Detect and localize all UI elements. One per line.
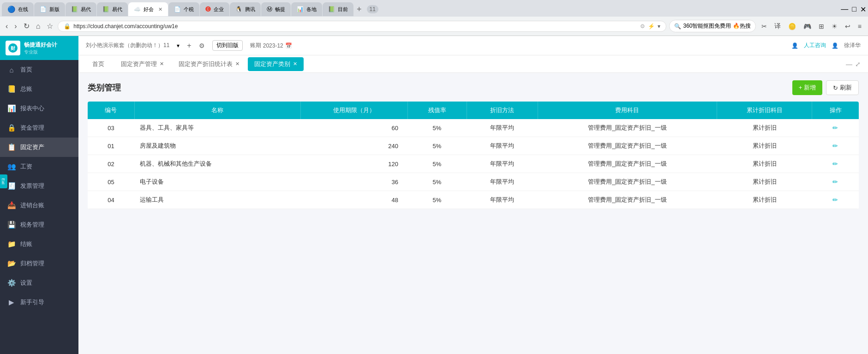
scissors-button[interactable]: ✂ [759,21,770,32]
add-button[interactable]: + 新增 [792,80,822,95]
sidebar-item-invoice[interactable]: 🧾 发票管理 [0,176,78,196]
menu-button[interactable]: ≡ [855,21,864,32]
tab-home[interactable]: 首页 [86,57,111,71]
sidebar-item-ledger[interactable]: 📒 总账 [0,79,78,99]
tab-minimize-button[interactable]: — [846,60,852,68]
cell-code-2[interactable]: 02 [88,155,134,173]
grid-button[interactable]: ⊞ [816,21,827,32]
sidebar-item-inventory[interactable]: 📥 进销台账 [0,196,78,215]
service-label[interactable]: 人工咨询 [804,42,826,49]
cell-action-1[interactable]: ✏ [812,137,859,155]
sidebar-item-settings[interactable]: ⚙️ 设置 [0,273,78,293]
invoice-icon: 🧾 [7,182,16,190]
browser-tab-5[interactable]: ☁️ 好会 ✕ [128,2,168,16]
browser-tab-4[interactable]: 📗 易代 [97,2,128,16]
close-window-button[interactable]: ✕ [860,5,866,14]
edit-icon-3[interactable]: ✏ [832,178,838,186]
search-bar[interactable]: 🔍 360智能抠图免费用 🔥热搜 [669,20,755,32]
sidebar-label-invoice: 发票管理 [20,182,44,190]
left-float-btn-1[interactable]: Eat [0,174,7,188]
brightness-button[interactable]: ☀ [829,21,840,32]
home-button[interactable]: ⌂ [34,20,42,32]
close-period-icon: 📁 [7,240,16,248]
calendar-icon[interactable]: 📅 [285,42,292,49]
browser-tab-8[interactable]: 🐧 腾讯 [230,2,261,16]
browser-tab-close-5[interactable]: ✕ [158,6,162,12]
ssl-icon: 🔒 [64,23,71,30]
cell-code-4[interactable]: 04 [88,191,134,209]
browser-tab-10[interactable]: 📊 各地 [291,2,322,16]
browser-tab-6[interactable]: 📄 个税 [168,2,199,16]
new-tab-button[interactable]: + [354,5,365,14]
browser-tab-1[interactable]: 🔵 在线 [2,2,34,16]
sidebar: 财 畅捷通好会计 专业版 ⌂ 首页 📒 总账 📊 报表中心 🔒 资金管理 📋 [0,36,78,354]
maximize-button[interactable]: □ [852,5,856,13]
tab-fixed-assets-mgmt[interactable]: 固定资产管理 ✕ [114,57,170,71]
tab-close-asset-category[interactable]: ✕ [293,61,297,67]
minimize-button[interactable]: — [841,5,848,13]
tab-close-depreciation-stats[interactable]: ✕ [235,61,239,67]
edit-icon-4[interactable]: ✏ [832,196,838,204]
cell-code-0[interactable]: 03 [88,119,134,137]
browser-tab-11[interactable]: 📗 目前 [323,2,353,16]
col-action: 操作 [812,102,859,119]
sidebar-label-inventory: 进销台账 [20,201,44,210]
refresh-icon: ↻ [833,84,838,91]
dropdown-icon[interactable]: ▾ [658,23,660,30]
col-expense: 费用科目 [538,102,717,119]
undo-button[interactable]: ↩ [842,21,853,32]
tab-depreciation-stats-label: 固定资产折旧统计表 [179,60,233,68]
address-bar[interactable]: 🔒 https://cloud.chanjet.com/accounting/u… [58,21,666,32]
browser-tab-9[interactable]: Ⓜ 畅提 [261,2,291,16]
browser-tab-7[interactable]: 🅒 企业 [200,2,229,16]
translate-button[interactable]: 译 [772,20,784,32]
tab-depreciation-stats[interactable]: 固定资产折旧统计表 ✕ [172,57,246,71]
tab-count: 11 [367,5,378,13]
tab-maximize-button[interactable]: ⤢ [855,60,861,68]
cell-action-0[interactable]: ✏ [812,119,859,137]
sidebar-item-close-period[interactable]: 📁 结账 [0,234,78,254]
col-accumulated: 累计折旧科目 [717,102,812,119]
cell-action-4[interactable]: ✏ [812,191,859,209]
app-user-label: 刘小艳演示账套（勿删勿动！）11 [86,42,169,49]
forward-button[interactable]: › [12,20,18,32]
cell-residual-1: 5% [407,137,467,155]
col-period: 使用期限（月） [300,102,407,119]
sidebar-brand-sub: 专业版 [24,49,57,55]
cell-code-3[interactable]: 05 [88,173,134,191]
sidebar-item-fixed-assets[interactable]: 📋 固定资产 [0,138,78,157]
sidebar-item-payroll[interactable]: 👥 工资 [0,157,78,176]
sidebar-item-home[interactable]: ⌂ 首页 [0,60,78,79]
browser-tab-3[interactable]: 📗 易代 [66,2,96,16]
coin-button[interactable]: 🪙 [785,21,799,32]
back-button[interactable]: ‹ [4,20,10,32]
refresh-label: 刷新 [840,84,852,92]
browser-tab-2[interactable]: 📄 新版 [34,2,65,16]
add-account-button[interactable]: + [187,42,191,50]
sidebar-item-tax[interactable]: 💾 税务管理 [0,215,78,234]
edit-icon-0[interactable]: ✏ [832,124,838,132]
sidebar-item-finance[interactable]: 🔒 资金管理 [0,118,78,138]
refresh-button[interactable]: ↻ 刷新 [826,80,859,95]
tab-asset-category[interactable]: 固定资产类别 ✕ [248,57,304,71]
sidebar-label-guide: 新手引导 [20,298,44,306]
edit-icon-2[interactable]: ✏ [832,160,838,168]
tab-fixed-assets-mgmt-label: 固定资产管理 [121,60,157,68]
main-content: 刘小艳演示账套（勿删勿动！）11 ▾ + ⚙ 切到旧版 账期 2023-12 📅… [78,36,868,354]
game-button[interactable]: 🎮 [801,21,814,32]
settings-gear-button[interactable]: ⚙ [199,42,205,49]
sidebar-item-archive[interactable]: 📂 归档管理 [0,254,78,273]
avatar-icon: 👤 [832,42,838,49]
switch-version-button[interactable]: 切到旧版 [212,40,243,51]
bookmark-button[interactable]: ☆ [45,20,55,32]
cell-code-1[interactable]: 01 [88,137,134,155]
reload-button[interactable]: ↻ [22,20,31,32]
edit-icon-1[interactable]: ✏ [832,142,838,150]
cell-action-3[interactable]: ✏ [812,173,859,191]
window-controls: — ⤢ [846,60,861,68]
dropdown-user-button[interactable]: ▾ [177,42,180,49]
sidebar-item-reports[interactable]: 📊 报表中心 [0,99,78,118]
tab-close-fixed-assets-mgmt[interactable]: ✕ [160,61,164,67]
cell-action-2[interactable]: ✏ [812,155,859,173]
sidebar-item-guide[interactable]: ▶ 新手引导 [0,293,78,312]
